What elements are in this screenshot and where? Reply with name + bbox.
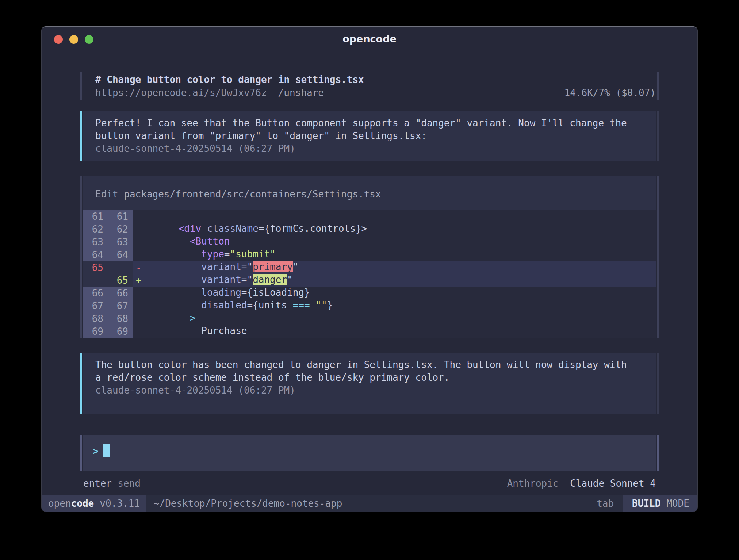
code-line: disabled={units === ""}: [145, 300, 656, 312]
assistant-message: The button color has been changed to dan…: [83, 353, 656, 414]
mode-name: BUILD: [632, 498, 660, 509]
diff-marker: [133, 210, 145, 223]
diff-marker: [133, 223, 145, 236]
text-cursor: [103, 444, 110, 457]
diff-row: 6767 disabled={units === ""}: [83, 300, 656, 312]
old-line-number: 64: [83, 249, 108, 261]
new-line-number: 67: [108, 300, 133, 312]
window-title: opencode: [342, 33, 397, 45]
diff-marker: [133, 300, 145, 312]
diff-row: 6262 <div className={formCs.controls}>: [83, 223, 656, 236]
code-line: variant="danger": [145, 274, 656, 287]
old-line-number: 66: [83, 287, 108, 300]
input-right-rule: [657, 435, 659, 471]
diff-row: 6666 loading={isLoading}: [83, 287, 656, 300]
enter-key-hint: enter: [83, 477, 112, 490]
message-line: a red/rose color scheme instead of the b…: [95, 371, 647, 384]
diff-table: 61616262 <div className={formCs.controls…: [83, 210, 656, 338]
zoom-button[interactable]: [85, 35, 93, 44]
new-line-number: 62: [108, 223, 133, 236]
old-line-number: 63: [83, 236, 108, 249]
message-accent-bar: [80, 111, 82, 161]
new-line-number: 61: [108, 210, 133, 223]
old-line-number: 67: [83, 300, 108, 312]
app-version: v0.3.11: [100, 498, 140, 509]
diff-marker: +: [133, 274, 145, 287]
edit-action-label: Edit: [95, 189, 118, 200]
edit-tool-header: Edit packages/frontend/src/containers/Se…: [83, 176, 656, 210]
code-line: <div className={formCs.controls}>: [145, 223, 656, 236]
diff-row: 6363 <Button: [83, 236, 656, 249]
diff-row: 6161: [83, 210, 656, 223]
diff-marker: [133, 236, 145, 249]
old-line-number: [83, 274, 108, 287]
message-right-rule: [657, 111, 659, 161]
diff-row: 6464 type="submit": [83, 249, 656, 261]
context-usage-stats: 14.6K/7% ($0.07): [564, 86, 656, 99]
code-line: <Button: [145, 236, 656, 249]
working-directory: ~/Desktop/Projects/demo-notes-app: [154, 498, 342, 509]
diff-row: 6868 >: [83, 312, 656, 325]
new-line-number: [108, 261, 133, 274]
mode-indicator-chip: BUILD MODE: [623, 495, 697, 512]
app-name-light: open: [48, 498, 71, 509]
new-line-number: 66: [108, 287, 133, 300]
code-line: loading={isLoading}: [145, 287, 656, 300]
model-label: Claude Sonnet 4: [570, 478, 656, 489]
code-line: Purchase: [145, 325, 656, 338]
assistant-message: Perfect! I can see that the Button compo…: [83, 111, 656, 161]
session-title: # Change button color to danger in setti…: [95, 73, 656, 86]
old-line-number: 61: [83, 210, 108, 223]
message-line: button variant from "primary" to "danger…: [95, 130, 647, 142]
edit-left-rule: [80, 176, 82, 338]
prompt-input[interactable]: >: [83, 435, 656, 471]
diff-marker: [133, 325, 145, 338]
new-line-number: 64: [108, 249, 133, 261]
code-line: variant="primary": [145, 261, 656, 274]
new-line-number: 69: [108, 325, 133, 338]
new-line-number: 68: [108, 312, 133, 325]
footer-hints: enter send Anthropic Claude Sonnet 4: [83, 477, 656, 490]
new-line-number: 63: [108, 236, 133, 249]
code-line: type="submit": [145, 249, 656, 261]
app-name-bold: code: [71, 498, 94, 509]
diff-marker: [133, 287, 145, 300]
diff-marker: -: [133, 261, 145, 274]
message-model-timestamp: claude-sonnet-4-20250514 (06:27 PM): [95, 384, 647, 397]
tab-key-hint: tab: [597, 498, 614, 509]
close-button[interactable]: [54, 35, 63, 44]
old-line-number: 68: [83, 312, 108, 325]
session-header: # Change button color to danger in setti…: [83, 72, 656, 100]
edit-right-rule: [657, 176, 659, 338]
diff-row: 65- variant="primary": [83, 261, 656, 274]
mode-suffix: MODE: [666, 498, 689, 509]
message-line: Perfect! I can see that the Button compo…: [95, 117, 647, 130]
message-model-timestamp: claude-sonnet-4-20250514 (06:27 PM): [95, 142, 647, 155]
old-line-number: 62: [83, 223, 108, 236]
share-url: https://opencode.ai/s/UwJxv76z: [95, 86, 267, 99]
edit-file-path: packages/frontend/src/containers/Setting…: [124, 189, 381, 200]
diff-row: 6969 Purchase: [83, 325, 656, 338]
send-action-label: send: [118, 477, 141, 490]
old-line-number: 69: [83, 325, 108, 338]
message-right-rule: [657, 353, 659, 414]
diff-row: 65+ variant="danger": [83, 274, 656, 287]
code-line: [145, 210, 656, 223]
window-titlebar: opencode: [42, 27, 697, 50]
input-left-rule: [80, 435, 82, 471]
code-line: >: [145, 312, 656, 325]
unshare-command-hint: /unshare: [278, 86, 324, 99]
diff-marker: [133, 249, 145, 261]
prompt-symbol: >: [93, 446, 99, 457]
edit-tool-block: Edit packages/frontend/src/containers/Se…: [83, 176, 656, 338]
message-accent-bar: [80, 353, 82, 414]
provider-label: Anthropic: [507, 478, 559, 489]
header-right-rule: [657, 72, 659, 100]
diff-marker: [133, 312, 145, 325]
header-left-rule: [80, 72, 82, 100]
minimize-button[interactable]: [69, 35, 78, 44]
opencode-terminal-window: opencode # Change button color to danger…: [41, 26, 698, 512]
new-line-number: 65: [108, 274, 133, 287]
traffic-lights: [54, 35, 93, 44]
old-line-number: 65: [83, 261, 108, 274]
